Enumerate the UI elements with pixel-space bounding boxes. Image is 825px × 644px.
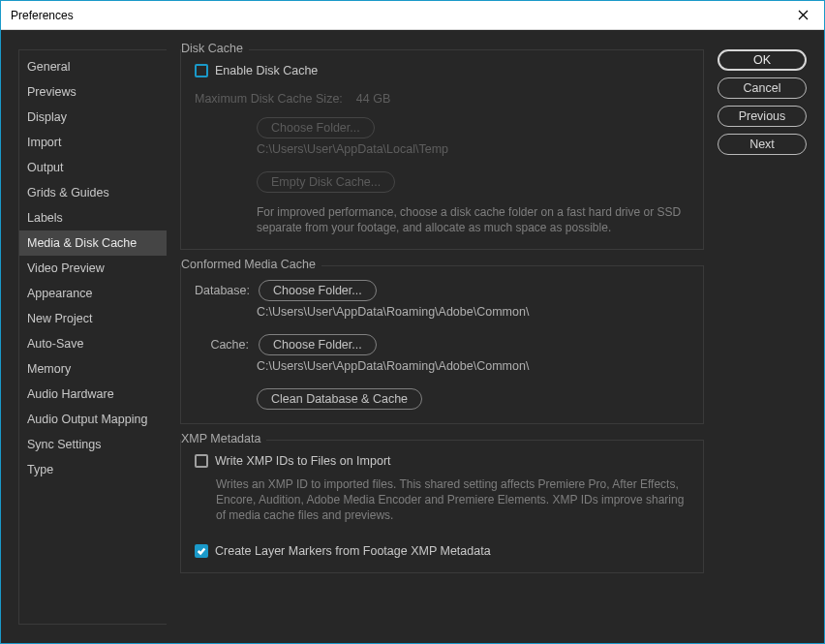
cache-label: Cache: bbox=[195, 338, 249, 352]
disk-cache-path: C:\Users\User\AppData\Local\Temp bbox=[257, 142, 689, 156]
preferences-body: General Previews Display Import Output G… bbox=[1, 30, 824, 644]
previous-button[interactable]: Previous bbox=[718, 106, 807, 127]
sidebar-item-grids-guides[interactable]: Grids & Guides bbox=[19, 180, 167, 205]
window-title: Preferences bbox=[11, 9, 74, 22]
conformed-legend: Conformed Media Cache bbox=[181, 258, 321, 271]
cache-path: C:\Users\User\AppData\Roaming\Adobe\Comm… bbox=[257, 359, 689, 373]
empty-disk-cache-button: Empty Disk Cache... bbox=[257, 171, 395, 193]
sidebar-item-audio-hardware[interactable]: Audio Hardware bbox=[19, 382, 167, 407]
write-xmp-checkbox[interactable]: Write XMP IDs to Files on Import bbox=[195, 454, 391, 468]
category-sidebar: General Previews Display Import Output G… bbox=[18, 49, 167, 625]
enable-disk-cache-label: Enable Disk Cache bbox=[215, 64, 318, 77]
database-path: C:\Users\User\AppData\Roaming\Adobe\Comm… bbox=[257, 305, 689, 319]
content-pane: Disk Cache Enable Disk Cache Maximum Dis… bbox=[167, 30, 718, 644]
checkbox-icon bbox=[195, 454, 208, 468]
cancel-button[interactable]: Cancel bbox=[718, 77, 807, 99]
sidebar-item-audio-output-mapping[interactable]: Audio Output Mapping bbox=[19, 407, 167, 432]
sidebar-item-appearance[interactable]: Appearance bbox=[19, 281, 167, 306]
sidebar-item-output[interactable]: Output bbox=[19, 155, 167, 180]
xmp-section: XMP Metadata Write XMP IDs to Files on I… bbox=[180, 440, 704, 573]
conformed-section: Conformed Media Cache Database: Choose F… bbox=[180, 265, 704, 424]
sidebar-item-import[interactable]: Import bbox=[19, 130, 167, 155]
choose-folder-button-cache[interactable]: Choose Folder... bbox=[259, 334, 377, 355]
close-icon[interactable] bbox=[792, 4, 814, 27]
choose-folder-button-disk: Choose Folder... bbox=[257, 117, 375, 138]
sidebar-item-new-project[interactable]: New Project bbox=[19, 306, 167, 331]
disk-cache-section: Disk Cache Enable Disk Cache Maximum Dis… bbox=[180, 49, 704, 250]
sidebar-item-media-disk-cache[interactable]: Media & Disk Cache bbox=[19, 230, 167, 256]
create-layer-markers-checkbox[interactable]: Create Layer Markers from Footage XMP Me… bbox=[195, 544, 491, 558]
database-label: Database: bbox=[195, 284, 249, 297]
write-xmp-hint: Writes an XMP ID to imported files. This… bbox=[216, 476, 689, 523]
xmp-legend: XMP Metadata bbox=[181, 432, 266, 445]
ok-button[interactable]: OK bbox=[718, 49, 807, 71]
checkbox-checked-icon bbox=[195, 544, 208, 558]
sidebar-item-auto-save[interactable]: Auto-Save bbox=[19, 331, 167, 356]
sidebar-item-sync-settings[interactable]: Sync Settings bbox=[19, 432, 167, 457]
next-button[interactable]: Next bbox=[718, 134, 807, 155]
sidebar-item-previews[interactable]: Previews bbox=[19, 79, 167, 105]
dialog-button-column: OK Cancel Previous Next bbox=[718, 30, 824, 644]
checkbox-icon bbox=[195, 64, 208, 77]
max-cache-size-label: Maximum Disk Cache Size: bbox=[195, 92, 343, 106]
enable-disk-cache-checkbox[interactable]: Enable Disk Cache bbox=[195, 64, 318, 77]
sidebar-item-type[interactable]: Type bbox=[19, 457, 167, 482]
max-cache-size-value: 44 GB bbox=[356, 92, 390, 106]
clean-database-cache-button[interactable]: Clean Database & Cache bbox=[257, 388, 422, 410]
sidebar-item-memory[interactable]: Memory bbox=[19, 356, 167, 382]
disk-cache-legend: Disk Cache bbox=[181, 42, 249, 55]
write-xmp-label: Write XMP IDs to Files on Import bbox=[215, 454, 391, 468]
sidebar-item-video-preview[interactable]: Video Preview bbox=[19, 256, 167, 281]
titlebar: Preferences bbox=[1, 1, 824, 30]
sidebar-item-labels[interactable]: Labels bbox=[19, 205, 167, 230]
create-layer-markers-label: Create Layer Markers from Footage XMP Me… bbox=[215, 544, 491, 558]
disk-cache-hint: For improved performance, choose a disk … bbox=[257, 204, 689, 235]
sidebar-item-general[interactable]: General bbox=[19, 54, 167, 79]
sidebar-item-display[interactable]: Display bbox=[19, 105, 167, 130]
choose-folder-button-database[interactable]: Choose Folder... bbox=[259, 280, 377, 301]
